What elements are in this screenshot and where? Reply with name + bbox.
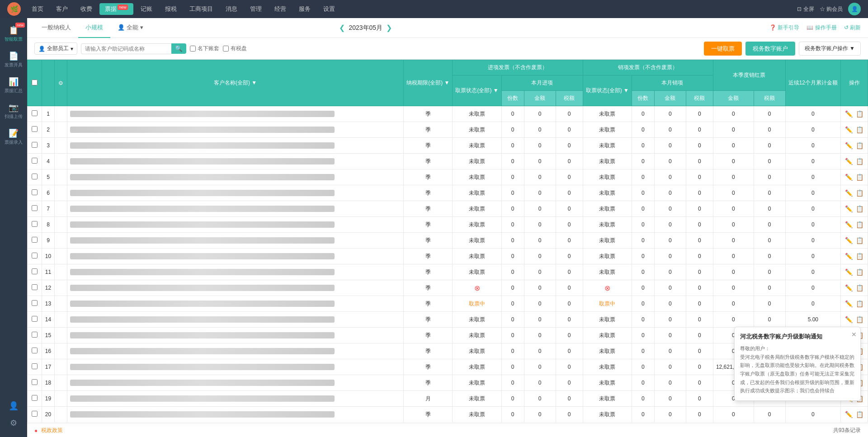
edit-button[interactable]: ✏️: [844, 252, 854, 261]
edit-button[interactable]: ✏️: [844, 204, 854, 213]
row-check[interactable]: [28, 328, 42, 343]
tab-general-taxpayer[interactable]: 一般纳税人: [34, 18, 78, 38]
edit-button[interactable]: ✏️: [844, 141, 854, 150]
avatar[interactable]: 👤: [848, 3, 861, 15]
row-check[interactable]: [28, 169, 42, 185]
vip-button[interactable]: ☆ 购会员: [820, 5, 843, 13]
nav-item-customer[interactable]: 客户: [51, 3, 73, 15]
popup-close-button[interactable]: ✕: [851, 331, 857, 338]
row-checkbox[interactable]: [32, 237, 38, 243]
checkbox-accounts[interactable]: 名下账套: [190, 45, 219, 52]
copy-button[interactable]: 📋: [855, 410, 864, 419]
checkbox-tax-disk-input[interactable]: [223, 46, 229, 52]
row-checkbox[interactable]: [32, 363, 38, 369]
fullscreen-button[interactable]: ⊡ 全屏: [797, 5, 814, 13]
edit-button[interactable]: ✏️: [844, 410, 854, 419]
copy-button[interactable]: 📋: [855, 299, 864, 308]
row-checkbox[interactable]: [32, 174, 38, 179]
period-next-button[interactable]: ❯: [386, 23, 392, 32]
row-check[interactable]: [28, 264, 42, 280]
sidebar-item-scan-upload[interactable]: 📷 扫描上传: [1, 99, 26, 123]
row-checkbox[interactable]: [32, 300, 38, 306]
col-name-header[interactable]: 客户名称(全部) ▼: [67, 60, 404, 106]
nav-item-message[interactable]: 消息: [220, 3, 243, 15]
sidebar-item-smart-ticket[interactable]: 📋 智能取票 new: [1, 22, 26, 46]
copy-button[interactable]: 📋: [855, 173, 864, 182]
tax-digital-button[interactable]: 税务数字账户: [745, 42, 795, 56]
row-checkbox[interactable]: [32, 205, 38, 211]
row-check[interactable]: [28, 249, 42, 264]
row-check[interactable]: [28, 407, 42, 423]
row-check[interactable]: [28, 185, 42, 201]
copy-button[interactable]: 📋: [855, 188, 864, 197]
nav-item-account[interactable]: 记账: [135, 3, 158, 15]
edit-button[interactable]: ✏️: [844, 125, 854, 134]
row-checkbox[interactable]: [32, 332, 38, 338]
row-check[interactable]: [28, 201, 42, 217]
search-input[interactable]: [81, 43, 171, 54]
row-checkbox[interactable]: [32, 110, 38, 116]
sidebar-item-user[interactable]: 👤: [1, 397, 26, 414]
col-input-status-header[interactable]: 取票状态(全部) ▼: [453, 75, 501, 106]
nav-item-service[interactable]: 服务: [293, 3, 316, 15]
row-check[interactable]: [28, 359, 42, 375]
copy-button[interactable]: 📋: [855, 283, 864, 292]
sidebar-item-ticket-summary[interactable]: 📊 票据汇总: [1, 73, 26, 97]
edit-button[interactable]: ✏️: [844, 236, 854, 245]
period-prev-button[interactable]: ❮: [339, 23, 345, 32]
copy-button[interactable]: 📋: [855, 157, 864, 166]
edit-button[interactable]: ✏️: [844, 157, 854, 166]
tax-digital-ops-button[interactable]: 税务数字账户操作 ▼: [799, 42, 861, 56]
sidebar-item-gear[interactable]: ⚙: [1, 414, 26, 432]
tab-small-scale[interactable]: 小规模: [78, 18, 110, 38]
one-click-ticket-button[interactable]: 一键取票: [704, 42, 742, 56]
row-checkbox[interactable]: [32, 221, 38, 227]
row-checkbox[interactable]: [32, 395, 38, 401]
row-checkbox[interactable]: [32, 284, 38, 290]
row-checkbox[interactable]: [32, 158, 38, 164]
edit-button[interactable]: ✏️: [844, 299, 854, 308]
tab-all-types[interactable]: 👤 全能 ▾: [110, 18, 151, 38]
copy-button[interactable]: 📋: [855, 141, 864, 150]
copy-button[interactable]: 📋: [855, 109, 864, 118]
sidebar-item-invoice-open[interactable]: 📄 发票开具: [1, 47, 26, 71]
row-checkbox[interactable]: [32, 348, 38, 353]
row-checkbox[interactable]: [32, 379, 38, 385]
copy-button[interactable]: 📋: [855, 125, 864, 134]
edit-button[interactable]: ✏️: [844, 315, 854, 324]
row-check[interactable]: [28, 312, 42, 328]
row-check[interactable]: [28, 233, 42, 249]
nav-item-settings[interactable]: 设置: [318, 3, 340, 15]
copy-button[interactable]: 📋: [855, 315, 864, 324]
row-checkbox[interactable]: [32, 142, 38, 148]
nav-item-fee[interactable]: 收费: [75, 3, 98, 15]
sidebar-item-ticket-entry[interactable]: 📝 票据录入: [1, 125, 26, 149]
row-check[interactable]: [28, 343, 42, 359]
row-checkbox[interactable]: [32, 126, 38, 132]
edit-button[interactable]: ✏️: [844, 109, 854, 118]
row-check[interactable]: [28, 391, 42, 407]
nav-item-manage[interactable]: 管理: [245, 3, 267, 15]
edit-button[interactable]: ✏️: [844, 188, 854, 197]
checkbox-tax-disk[interactable]: 有税盘: [223, 45, 247, 52]
checkbox-accounts-input[interactable]: [190, 46, 196, 52]
row-checkbox[interactable]: [32, 268, 38, 274]
nav-item-tax[interactable]: 报税: [160, 3, 182, 15]
new-guide-button[interactable]: ❓ 新手引导: [769, 24, 799, 32]
row-checkbox[interactable]: [32, 253, 38, 258]
row-check[interactable]: [28, 296, 42, 312]
row-check[interactable]: [28, 122, 42, 138]
nav-item-business[interactable]: 工商项目: [184, 3, 218, 15]
edit-button[interactable]: ✏️: [844, 220, 854, 229]
nav-item-operation[interactable]: 经营: [269, 3, 292, 15]
row-check[interactable]: [28, 280, 42, 296]
nav-item-ticket[interactable]: 票据new: [99, 3, 133, 15]
row-check[interactable]: [28, 106, 42, 122]
copy-button[interactable]: 📋: [855, 268, 864, 277]
row-check[interactable]: [28, 217, 42, 233]
edit-button[interactable]: ✏️: [844, 173, 854, 182]
employee-select[interactable]: 👤 全部员工 ▾: [34, 42, 77, 55]
select-all-checkbox[interactable]: [32, 80, 38, 85]
refresh-button[interactable]: ↺ 刷新: [844, 24, 861, 32]
manual-button[interactable]: 📖 操作手册: [807, 24, 836, 32]
